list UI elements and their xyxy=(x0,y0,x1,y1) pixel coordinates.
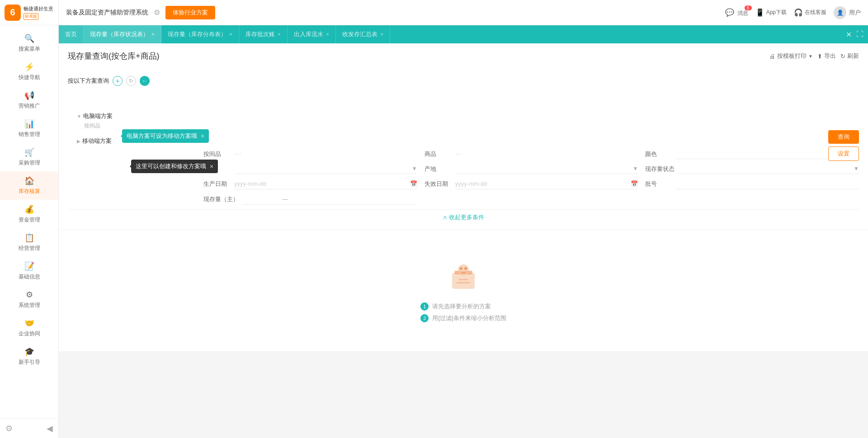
tab-home-label: 首页 xyxy=(65,30,77,38)
inventory-field: 现存量（主） — xyxy=(203,194,417,205)
filter-refresh-button[interactable]: ↻ xyxy=(126,76,136,86)
tab-bar-end: ✕ ⛶ xyxy=(841,25,868,43)
sidebar-label-nav: 快捷导航 xyxy=(19,74,40,81)
collapse-sidebar-icon[interactable]: ◀ xyxy=(47,424,53,433)
sidebar-item-collab[interactable]: 🤝企业协同 xyxy=(0,314,58,342)
connector-dot xyxy=(165,138,170,143)
app-download-wrapper[interactable]: 📱 App下载 xyxy=(755,8,787,17)
sidebar-item-system[interactable]: ⚙系统管理 xyxy=(0,285,58,314)
sidebar-item-management[interactable]: 📋经营管理 xyxy=(0,228,58,257)
production-date-calendar-icon[interactable]: 📅 xyxy=(410,180,417,187)
expiry-date-calendar-icon[interactable]: 📅 xyxy=(631,180,638,187)
sidebar-icon-nav: ⚡ xyxy=(24,62,34,72)
message-badge: 6 xyxy=(745,5,752,10)
filter-header: 按以下方案查询 + ↻ ← xyxy=(68,76,859,86)
tab-stock-dist-close[interactable]: × xyxy=(229,31,232,38)
message-icon: 💬 xyxy=(725,9,734,16)
sidebar-icon-system: ⚙ xyxy=(26,290,33,300)
tab-summary-close[interactable]: × xyxy=(380,31,383,38)
scheme-pc-label: 电脑端方案 xyxy=(83,112,113,120)
reset-button[interactable]: 设置 xyxy=(828,146,859,161)
system-name: 装备及固定资产辅助管理系统 xyxy=(66,9,148,17)
size-select[interactable]: ▼ xyxy=(234,164,417,174)
print-label: 按模板打印 xyxy=(777,52,807,60)
logo-text: 畅捷通好生意 标准版 xyxy=(24,5,53,20)
sidebar-item-sales[interactable]: 📊销售管理 xyxy=(0,114,58,143)
filter-back-button[interactable]: ← xyxy=(140,76,150,86)
sidebar-item-marketing[interactable]: 📢营销推广 xyxy=(0,86,58,114)
scheme-tooltip-close[interactable]: × xyxy=(201,132,204,140)
trial-button[interactable]: 体验行业方案 xyxy=(165,6,215,19)
sidebar-label-search: 搜索菜单 xyxy=(19,45,40,53)
product-field: 商品 ··· xyxy=(425,150,638,158)
sidebar-icon-finance: 💰 xyxy=(24,204,34,214)
tab-stock-status[interactable]: 现存量（库存状况表） × xyxy=(84,25,161,43)
sidebar-icon-search: 🔍 xyxy=(24,33,34,43)
headset-icon: 🎧 xyxy=(794,8,803,17)
query-button[interactable]: 查询 xyxy=(828,130,859,144)
sidebar-item-guide[interactable]: 🎓新手引导 xyxy=(0,342,58,371)
tab-inout[interactable]: 出入库流水 × xyxy=(288,25,336,43)
print-icon: 🖨 xyxy=(769,53,775,60)
expiry-date-label: 失效日期 xyxy=(425,180,452,188)
tab-home[interactable]: 首页 xyxy=(59,25,84,43)
sidebar-item-purchase[interactable]: 🛒采购管理 xyxy=(0,143,58,171)
sidebar-item-search[interactable]: 🔍搜索菜单 xyxy=(0,29,58,57)
origin-select[interactable]: ▼ xyxy=(455,164,638,174)
inventory-min-input[interactable] xyxy=(242,196,278,203)
settings-gear-icon[interactable]: ⚙ xyxy=(154,8,160,17)
empty-illustration xyxy=(445,257,481,293)
collapse-row[interactable]: ∧ 收起更多条件 xyxy=(68,209,859,225)
print-button[interactable]: 🖨 按模板打印 ▼ xyxy=(769,52,813,60)
stock-status-select[interactable]: ▼ xyxy=(678,164,859,174)
settings-icon[interactable]: ⚙ xyxy=(5,424,13,433)
export-button[interactable]: ⬆ 导出 xyxy=(817,52,836,60)
empty-tip-1-text: 请先选择要分析的方案 xyxy=(432,301,491,312)
query-buttons: 查询 设置 xyxy=(828,130,859,161)
tab-stock-dist-label: 现存量（库存分布表） xyxy=(168,30,226,38)
scheme-product-label: 按间品 xyxy=(84,122,100,130)
batch-input[interactable] xyxy=(676,179,859,189)
product-label: 商品 xyxy=(425,150,452,158)
sidebar-item-inventory[interactable]: 🏠库存核算 xyxy=(0,171,58,200)
color-field: 颜色 ▼ xyxy=(645,149,859,159)
online-service-wrapper[interactable]: 🎧 在线客服 xyxy=(794,8,826,17)
warehouse-label: 按间品 xyxy=(203,150,231,158)
warehouse-field: 按间品 ··· xyxy=(203,150,417,158)
expiry-date-input[interactable]: yyyy-mm-dd 📅 xyxy=(455,179,638,189)
stock-status-dropdown-icon: ▼ xyxy=(854,165,859,172)
online-service-label: 在线客服 xyxy=(805,9,826,16)
page-title-row: 现存量查询(按仓库+商品) 🖨 按模板打印 ▼ ⬆ 导出 ↻ 刷新 xyxy=(68,51,859,61)
message-icon-wrapper[interactable]: 💬 6 消息 xyxy=(725,8,748,17)
tab-batch-close[interactable]: × xyxy=(278,31,281,38)
filter-row-3: 生产日期 yyyy-mm-dd 📅 失效日期 yyyy-mm-dd 📅 xyxy=(203,179,859,189)
tab-batch[interactable]: 库存批次账 × xyxy=(239,25,288,43)
svg-point-3 xyxy=(460,267,462,270)
filter-add-button[interactable]: + xyxy=(113,76,123,86)
tab-inout-close[interactable]: × xyxy=(326,31,329,38)
batch-field: 批号 xyxy=(645,179,859,189)
sidebar-icon-sales: 📊 xyxy=(24,119,34,129)
warehouse-dots: ··· xyxy=(234,150,241,158)
sidebar-icon-basic: 📝 xyxy=(24,261,34,271)
tab-stock-status-close[interactable]: × xyxy=(151,31,155,38)
sidebar-icon-purchase: 🛒 xyxy=(24,147,34,157)
tab-maximize-icon[interactable]: ⛶ xyxy=(856,30,863,38)
edit-tooltip-close[interactable]: × xyxy=(210,163,213,170)
tab-stock-dist[interactable]: 现存量（库存分布表） × xyxy=(161,25,239,43)
tab-summary[interactable]: 收发存汇总表 × xyxy=(336,25,390,43)
sidebar-item-finance[interactable]: 💰资金管理 xyxy=(0,200,58,228)
production-date-input[interactable]: yyyy-mm-dd 📅 xyxy=(234,179,417,189)
scheme-node-pc[interactable]: ▼ 电脑端方案 xyxy=(77,112,859,120)
user-menu[interactable]: 👤 用户 xyxy=(834,6,861,19)
scheme-node-product[interactable]: 按间品 xyxy=(84,122,859,130)
sidebar-icon-management: 📋 xyxy=(24,233,34,243)
expand-icon: ▼ xyxy=(77,114,81,119)
sidebar-item-basic[interactable]: 📝基础信息 xyxy=(0,257,58,285)
header-left: 装备及固定资产辅助管理系统 ⚙ 体验行业方案 xyxy=(66,6,215,19)
sidebar-item-nav[interactable]: ⚡快捷导航 xyxy=(0,57,58,86)
refresh-button[interactable]: ↻ 刷新 xyxy=(840,52,859,60)
chevron-up-icon: ∧ xyxy=(443,214,448,221)
origin-dropdown-icon: ▼ xyxy=(632,165,638,172)
tab-close-all-icon[interactable]: ✕ xyxy=(846,30,852,39)
